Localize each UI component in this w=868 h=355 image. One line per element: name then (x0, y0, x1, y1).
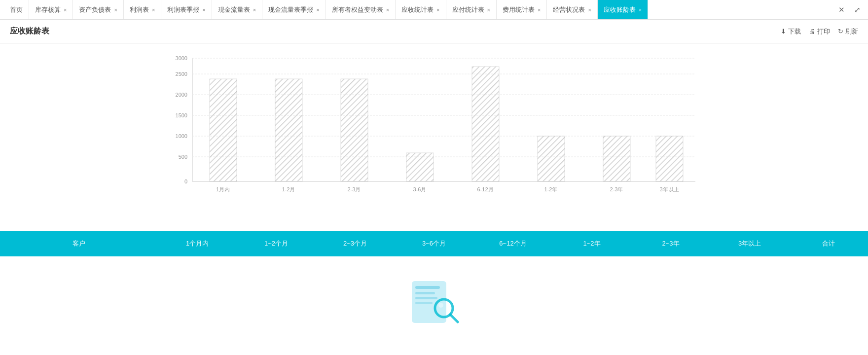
close-tab-profit-quarterly[interactable]: × (202, 7, 205, 13)
empty-icon (404, 276, 464, 325)
svg-rect-34 (415, 292, 435, 294)
col-3-6month: 3~6个月 (395, 239, 473, 248)
svg-rect-33 (415, 286, 440, 289)
page-actions: ⬇ 下载 🖨 打印 ↻ 刷新 (781, 27, 858, 36)
refresh-icon: ↻ (838, 28, 843, 35)
col-total: 合计 (789, 239, 868, 248)
svg-text:2500: 2500 (176, 71, 187, 77)
svg-text:0: 0 (184, 178, 187, 184)
col-2-3year: 2~3年 (631, 239, 710, 248)
tab-home[interactable]: 首页 (4, 0, 29, 20)
close-tab-expense-stats[interactable]: × (538, 7, 541, 13)
svg-text:500: 500 (179, 154, 187, 160)
table-header: 客户 1个月内 1~2个月 2~3个月 3~6个月 6~12个月 1~2年 2~… (0, 231, 868, 256)
col-3plus-year: 3年以上 (710, 239, 789, 248)
svg-rect-22 (406, 153, 434, 181)
col-1-2month: 1~2个月 (237, 239, 316, 248)
col-6-12month: 6~12个月 (473, 239, 552, 248)
chart-area: 0 500 1000 1500 2000 2500 3000 1月内 1-2月 (0, 43, 868, 231)
svg-text:2-3年: 2-3年 (610, 186, 623, 192)
close-tab-profit[interactable]: × (152, 7, 155, 13)
svg-text:1-2年: 1-2年 (544, 186, 558, 192)
print-icon: 🖨 (809, 28, 815, 35)
tab-ap-stats[interactable]: 应付统计表 × (446, 0, 497, 20)
svg-rect-18 (275, 79, 302, 181)
tab-bar: 首页 库存核算 × 资产负债表 × 利润表 × 利润表季报 × 现金流量表 × … (0, 0, 868, 20)
main-content: 0 500 1000 1500 2000 2500 3000 1月内 1-2月 (0, 43, 868, 355)
tab-equity[interactable]: 所有者权益变动表 × (326, 0, 396, 20)
svg-text:3000: 3000 (176, 55, 187, 61)
download-button[interactable]: ⬇ 下载 (781, 27, 801, 36)
svg-line-38 (450, 315, 458, 322)
svg-rect-26 (538, 136, 565, 181)
tab-inventory[interactable]: 库存核算 × (29, 0, 73, 20)
svg-rect-16 (210, 79, 237, 181)
svg-text:1-2月: 1-2月 (282, 186, 295, 192)
svg-text:1000: 1000 (176, 133, 187, 139)
col-customer: 客户 (0, 239, 158, 248)
svg-text:1500: 1500 (176, 112, 187, 118)
tab-balance-sheet[interactable]: 资产负债表 × (73, 0, 123, 20)
close-tab-balance-sheet[interactable]: × (114, 7, 117, 13)
tab-profit-quarterly[interactable]: 利润表季报 × (161, 0, 212, 20)
col-1-2year: 1~2年 (552, 239, 631, 248)
print-button[interactable]: 🖨 打印 (809, 27, 830, 36)
close-tab-cashflow[interactable]: × (253, 7, 256, 13)
col-2-3month: 2~3个月 (316, 239, 395, 248)
tab-bar-actions: ✕ ⤢ (834, 3, 864, 17)
tab-cashflow[interactable]: 现金流量表 × (212, 0, 262, 20)
close-tab-ar-aging[interactable]: × (639, 7, 642, 13)
tab-operation[interactable]: 经营状况表 × (547, 0, 597, 20)
tab-expense-stats[interactable]: 费用统计表 × (497, 0, 547, 20)
svg-text:1月内: 1月内 (216, 186, 230, 192)
bar-chart: 0 500 1000 1500 2000 2500 3000 1月内 1-2月 (20, 53, 848, 201)
svg-rect-36 (415, 302, 433, 304)
svg-rect-20 (341, 79, 368, 181)
close-tab-equity[interactable]: × (386, 7, 389, 13)
svg-point-39 (438, 303, 443, 308)
svg-text:3年以上: 3年以上 (659, 186, 679, 192)
svg-text:6-12月: 6-12月 (477, 186, 493, 192)
refresh-button[interactable]: ↻ 刷新 (838, 27, 858, 36)
page-header: 应收账龄表 ⬇ 下载 🖨 打印 ↻ 刷新 (0, 20, 868, 43)
window-maximize-button[interactable]: ⤢ (850, 3, 864, 17)
download-icon: ⬇ (781, 28, 786, 35)
svg-text:2000: 2000 (176, 92, 187, 98)
svg-text:2-3月: 2-3月 (348, 186, 361, 192)
svg-rect-24 (472, 67, 499, 181)
svg-text:3-6月: 3-6月 (413, 186, 427, 192)
close-tab-operation[interactable]: × (588, 7, 591, 13)
close-tab-cashflow-quarterly[interactable]: × (316, 7, 319, 13)
svg-rect-30 (656, 136, 683, 181)
close-tab-ar-stats[interactable]: × (436, 7, 439, 13)
svg-rect-35 (415, 297, 437, 299)
window-close-button[interactable]: ✕ (834, 3, 848, 17)
tab-cashflow-quarterly[interactable]: 现金流量表季报 × (262, 0, 326, 20)
close-tab-ap-stats[interactable]: × (487, 7, 490, 13)
tab-ar-stats[interactable]: 应收统计表 × (396, 0, 446, 20)
col-1month: 1个月内 (158, 239, 237, 248)
tab-profit[interactable]: 利润表 × (124, 0, 161, 20)
svg-rect-28 (603, 136, 630, 181)
tab-ar-aging[interactable]: 应收账龄表 × (598, 0, 648, 20)
close-tab-inventory[interactable]: × (64, 7, 67, 13)
page-title: 应收账龄表 (10, 26, 49, 36)
empty-state (0, 256, 868, 355)
